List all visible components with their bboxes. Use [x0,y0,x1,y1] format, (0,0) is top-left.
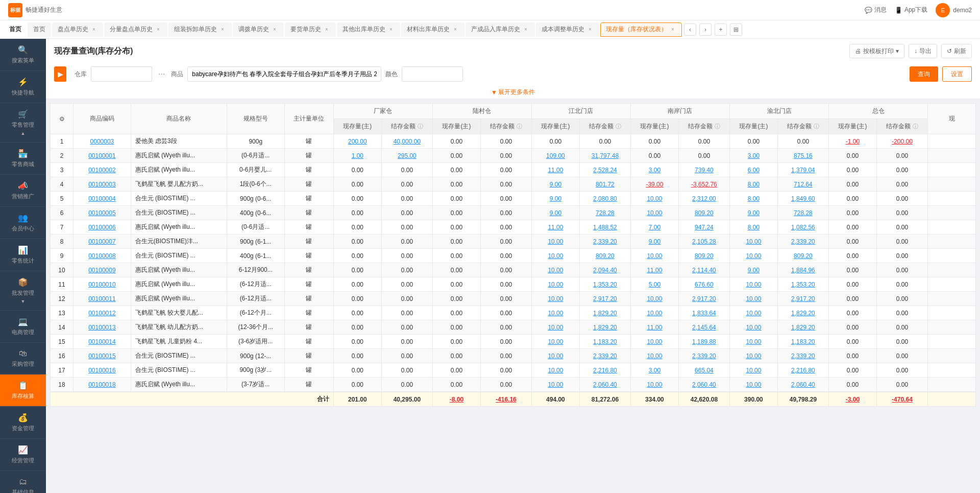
cell-total-qty[interactable]: 0.00 [829,234,877,249]
refresh-button[interactable]: ↺ 刷新 [941,44,972,58]
cell-nanan-qty[interactable]: 10.00 [630,292,678,306]
cell-total-qty[interactable]: 0.00 [829,206,877,220]
cell-changcheng-qty[interactable]: 0.00 [333,292,381,306]
cell-total-qty[interactable]: 0.00 [829,192,877,206]
tab-item-t9[interactable]: 产成品入库单历史 × [465,22,535,37]
cell-lucun-qty[interactable]: 0.00 [432,335,480,349]
cell-total-qty[interactable]: 0.00 [829,263,877,277]
cell-yubei-qty[interactable]: 10.00 [730,277,778,292]
tab-item-t10[interactable]: 成本调整单历史 × [536,22,599,37]
cell-yubei-qty[interactable]: 10.00 [730,320,778,335]
cell-changcheng-qty[interactable]: 1.00 [333,149,381,163]
cell-jiangbei-qty[interactable]: 10.00 [531,277,579,292]
tab-home[interactable]: 首页 [4,25,27,34]
cell-lucun-qty[interactable]: 0.00 [432,234,480,249]
cell-changcheng-qty[interactable]: 0.00 [333,177,381,192]
cell-nanan-qty[interactable]: 9.00 [630,234,678,249]
cell-total-qty[interactable]: 0.00 [829,163,877,177]
cell-lucun-qty[interactable]: 0.00 [432,306,480,320]
tab-prev-btn[interactable]: ‹ [684,24,696,36]
cell-jiangbei-qty[interactable]: 10.00 [531,263,579,277]
cell-nanan-qty[interactable]: 5.00 [630,277,678,292]
sidebar-item-member[interactable]: 👥 会员中心 [0,207,46,239]
cell-yubei-qty[interactable]: 9.00 [730,206,778,220]
sidebar-item-purchase[interactable]: 🛍 采购管理 [0,343,46,374]
cell-changcheng-qty[interactable]: 0.00 [333,234,381,249]
cell-lucun-qty[interactable]: 0.00 [432,149,480,163]
cell-lucun-qty[interactable]: 0.00 [432,134,480,149]
cell-nanan-qty[interactable]: 10.00 [630,192,678,206]
cell-jiangbei-qty[interactable]: 109.00 [531,149,579,163]
sidebar-item-search[interactable]: 🔍 搜索英单 [0,39,46,71]
warehouse-dots-btn[interactable]: ··· [156,69,167,79]
cell-nanan-qty[interactable]: 10.00 [630,335,678,349]
cell-yubei-qty[interactable]: 10.00 [730,234,778,249]
cell-nanan-qty[interactable]: 0.00 [630,149,678,163]
cell-lucun-qty[interactable]: 0.00 [432,292,480,306]
cell-jiangbei-qty[interactable]: 10.00 [531,292,579,306]
cell-yubei-qty[interactable]: 10.00 [730,335,778,349]
cell-yubei-qty[interactable]: 10.00 [730,363,778,378]
sidebar-item-retail-stat[interactable]: 📊 零售统计 [0,239,46,271]
tab-item-t11[interactable]: 现存量（库存状况表） × [600,22,682,37]
cell-changcheng-qty[interactable]: 0.00 [333,320,381,335]
tab-item-t5[interactable]: 调拨单历史 × [233,22,284,37]
cell-total-qty[interactable]: 0.00 [829,306,877,320]
cell-total-qty[interactable]: 0.00 [829,292,877,306]
color-input[interactable] [402,66,463,82]
user-profile[interactable]: E demo2 [936,3,972,17]
cell-total-qty[interactable]: 0.00 [829,177,877,192]
tab-item-t3[interactable]: 分量盘点单历史 × [104,22,167,37]
tab-item-t8[interactable]: 材料出库单历史 × [401,22,464,37]
cell-jiangbei-qty[interactable]: 11.00 [531,163,579,177]
cell-nanan-qty[interactable]: 10.00 [630,206,678,220]
cell-lucun-qty[interactable]: 0.00 [432,263,480,277]
cell-lucun-qty[interactable]: 0.00 [432,320,480,335]
cell-jiangbei-qty[interactable]: 10.00 [531,335,579,349]
sidebar-item-wholesale[interactable]: 📦 批发管理 ▼ [0,271,46,311]
cell-nanan-qty[interactable]: 10.00 [630,249,678,263]
cell-yubei-qty[interactable]: 8.00 [730,192,778,206]
tab-close-t4[interactable]: × [219,26,226,33]
tab-close-t6[interactable]: × [323,26,330,33]
cell-changcheng-qty[interactable]: 0.00 [333,277,381,292]
sidebar-item-marketing[interactable]: 📣 营销推广 [0,175,46,207]
filter-toggle-btn[interactable]: ▶ [54,66,66,82]
cell-jiangbei-qty[interactable]: 10.00 [531,378,579,392]
cell-jiangbei-qty[interactable]: 10.00 [531,306,579,320]
cell-lucun-qty[interactable]: 0.00 [432,349,480,363]
cell-changcheng-qty[interactable]: 0.00 [333,363,381,378]
cell-changcheng-qty[interactable]: 0.00 [333,335,381,349]
sidebar-item-ecommerce[interactable]: 💻 电商管理 [0,311,46,343]
cell-jiangbei-qty[interactable]: 10.00 [531,363,579,378]
cell-yubei-qty[interactable]: 10.00 [730,249,778,263]
cell-nanan-qty[interactable]: 10.00 [630,378,678,392]
tab-item-t6[interactable]: 要货单历史 × [285,22,336,37]
cell-changcheng-qty[interactable]: 0.00 [333,192,381,206]
cell-lucun-qty[interactable]: 0.00 [432,378,480,392]
message-button[interactable]: 💬 消息 [865,6,887,14]
app-download-button[interactable]: 📱 App下载 [895,6,927,14]
cell-yubei-qty[interactable]: 9.00 [730,263,778,277]
cell-nanan-qty[interactable]: 10.00 [630,306,678,320]
export-button[interactable]: ↓ 导出 [909,44,937,58]
cell-total-qty[interactable]: 0.00 [829,378,877,392]
tab-item-t7[interactable]: 其他出库单历史 × [337,22,400,37]
tab-item-t4[interactable]: 组装拆卸单历史 × [168,22,232,37]
tab-close-t10[interactable]: × [586,26,594,33]
tab-close-t8[interactable]: × [452,26,459,33]
sidebar-item-basic[interactable]: 🗂 基础信息 [0,471,46,493]
cell-nanan-qty[interactable]: 11.00 [630,320,678,335]
cell-yubei-qty[interactable]: 8.00 [730,177,778,192]
cell-changcheng-qty[interactable]: 0.00 [333,206,381,220]
cell-changcheng-qty[interactable]: 0.00 [333,220,381,234]
cell-jiangbei-qty[interactable]: 9.00 [531,192,579,206]
th-settings[interactable]: ⚙ [51,104,74,134]
cell-nanan-qty[interactable]: 0.00 [630,134,678,149]
tab-close-t2[interactable]: × [90,26,97,33]
tab-close-t3[interactable]: × [155,26,162,33]
cell-lucun-qty[interactable]: 0.00 [432,220,480,234]
cell-total-qty[interactable]: 0.00 [829,335,877,349]
goods-input[interactable] [187,66,381,82]
sidebar-item-nav[interactable]: ⚡ 快捷导航 [0,71,46,103]
